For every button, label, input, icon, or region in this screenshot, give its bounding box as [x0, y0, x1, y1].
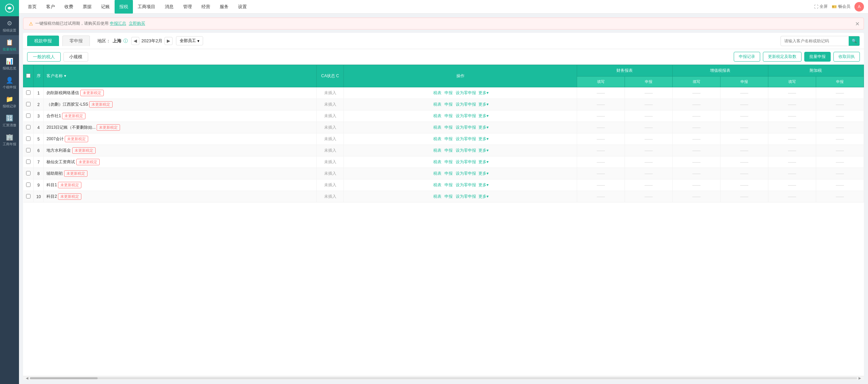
- op-declare[interactable]: 申报: [445, 102, 453, 107]
- op-zero-declare[interactable]: 设为零申报: [456, 125, 476, 130]
- sidebar-item-jisuanqingsu[interactable]: 🔢 汇算清缴: [0, 111, 19, 130]
- op-zero-declare[interactable]: 设为零申报: [456, 183, 476, 187]
- region-info-icon[interactable]: ⓘ: [123, 38, 128, 44]
- op-tax-form[interactable]: 税表: [433, 148, 441, 153]
- op-zero-declare[interactable]: 设为零申报: [456, 90, 476, 95]
- op-declare[interactable]: 申报: [445, 136, 453, 141]
- op-tax-form[interactable]: 税表: [433, 159, 441, 164]
- calculation-icon: 🔢: [6, 114, 13, 122]
- row-checkbox[interactable]: [23, 87, 34, 99]
- op-more[interactable]: 更多▾: [478, 194, 489, 199]
- sidebar-item-gongshangnianb[interactable]: 🏢 工商年报: [0, 130, 19, 149]
- scroll-right-arrow[interactable]: ▶: [857, 376, 863, 380]
- op-declare[interactable]: 申报: [445, 113, 453, 118]
- scroll-left-arrow[interactable]: ◀: [24, 376, 30, 380]
- horizontal-scrollbar[interactable]: ◀ ▶: [23, 376, 864, 380]
- scroll-track[interactable]: [30, 377, 857, 379]
- op-tax-form[interactable]: 税表: [433, 136, 441, 141]
- op-zero-declare[interactable]: 设为零申报: [456, 159, 476, 164]
- op-tax-form[interactable]: 税表: [433, 171, 441, 176]
- sidebar-item-baoshuitotals[interactable]: 📊 报税总览: [0, 54, 19, 73]
- row-checkbox[interactable]: [23, 110, 34, 122]
- logo[interactable]: [0, 0, 19, 16]
- row-fin-fill: ——: [577, 133, 625, 145]
- tab-tax-declaration[interactable]: 税款申报: [27, 36, 59, 46]
- op-more[interactable]: 更多▾: [478, 136, 489, 141]
- nav-operation[interactable]: 经营: [197, 0, 215, 14]
- update-button[interactable]: 更新税定及取数: [763, 52, 802, 62]
- nav-manage[interactable]: 管理: [178, 0, 197, 14]
- op-declare[interactable]: 申报: [445, 148, 453, 153]
- op-more[interactable]: 更多▾: [478, 159, 489, 164]
- op-tax-form[interactable]: 税表: [433, 125, 441, 130]
- nav-msg[interactable]: 消息: [160, 0, 178, 14]
- op-zero-declare[interactable]: 设为零申报: [456, 136, 476, 141]
- scroll-thumb[interactable]: [30, 377, 98, 379]
- subtab-general[interactable]: 一般的税人: [27, 52, 61, 62]
- nav-biz[interactable]: 工商项目: [133, 0, 160, 14]
- banner-link-summary[interactable]: 申报汇总: [110, 21, 126, 26]
- nav-account[interactable]: 记账: [96, 0, 115, 14]
- sidebar-item-geshuishenb[interactable]: 👤 个税申报: [0, 73, 19, 92]
- row-checkbox[interactable]: [23, 145, 34, 156]
- op-tax-form[interactable]: 税表: [433, 194, 441, 199]
- nav-home[interactable]: 首页: [23, 0, 41, 14]
- row-checkbox[interactable]: [23, 99, 34, 110]
- nav-tax[interactable]: 报税: [115, 0, 133, 14]
- op-declare[interactable]: 申报: [445, 171, 453, 176]
- row-checkbox[interactable]: [23, 191, 34, 202]
- record-button[interactable]: 申报记录: [734, 52, 760, 62]
- op-declare[interactable]: 申报: [445, 194, 453, 199]
- subtab-row: 一般的税人 小规模 申报记录 更新税定及取数 批量申报 收取回执: [23, 49, 864, 65]
- sidebar-item-baoshuishezhi[interactable]: ⚙ 报税设置: [0, 16, 19, 35]
- op-declare[interactable]: 申报: [445, 183, 453, 187]
- sidebar-item-piliangshuibao[interactable]: 📋 批量报税: [0, 35, 19, 54]
- op-more[interactable]: 更多▾: [478, 102, 489, 107]
- row-checkbox[interactable]: [23, 168, 34, 179]
- op-more[interactable]: 更多▾: [478, 113, 489, 118]
- search-button[interactable]: 🔍: [849, 36, 860, 46]
- row-checkbox[interactable]: [23, 179, 34, 191]
- tab-zero-declaration[interactable]: 零申报: [62, 36, 90, 46]
- op-declare[interactable]: 申报: [445, 159, 453, 164]
- op-tax-form[interactable]: 税表: [433, 90, 441, 95]
- nav-fee[interactable]: 收费: [60, 0, 78, 14]
- row-checkbox[interactable]: [23, 133, 34, 145]
- op-more[interactable]: 更多▾: [478, 148, 489, 153]
- sort-icon[interactable]: ▾: [64, 73, 66, 78]
- dept-select[interactable]: 全部员工 ▾: [176, 36, 203, 45]
- op-zero-declare[interactable]: 设为零申报: [456, 148, 476, 153]
- op-tax-form[interactable]: 税表: [433, 183, 441, 187]
- subtab-small[interactable]: 小规模: [63, 52, 88, 62]
- op-zero-declare[interactable]: 设为零申报: [456, 113, 476, 118]
- date-next-button[interactable]: ▶: [164, 37, 173, 45]
- nav-service[interactable]: 服务: [215, 0, 233, 14]
- op-zero-declare[interactable]: 设为零申报: [456, 171, 476, 176]
- sidebar-item-baoshuijilu[interactable]: 📁 报税记录: [0, 92, 19, 111]
- op-more[interactable]: 更多▾: [478, 183, 489, 187]
- row-checkbox[interactable]: [23, 122, 34, 133]
- op-declare[interactable]: 申报: [445, 125, 453, 130]
- collect-button[interactable]: 收取回执: [833, 52, 860, 62]
- op-tax-form[interactable]: 税表: [433, 102, 441, 107]
- op-more[interactable]: 更多▾: [478, 125, 489, 130]
- batch-declare-button[interactable]: 批量申报: [804, 52, 831, 62]
- op-zero-declare[interactable]: 设为零申报: [456, 102, 476, 107]
- fullscreen-button[interactable]: ⛶ 全屏: [814, 4, 828, 9]
- op-declare[interactable]: 申报: [445, 90, 453, 95]
- op-tax-form[interactable]: 税表: [433, 113, 441, 118]
- row-checkbox[interactable]: [23, 156, 34, 168]
- select-all-checkbox[interactable]: [26, 73, 31, 78]
- member-button[interactable]: 🎫 畅会员: [832, 4, 850, 9]
- banner-link-buy[interactable]: 立即购买: [129, 21, 145, 26]
- banner-close-button[interactable]: ✕: [855, 20, 860, 27]
- op-more[interactable]: 更多▾: [478, 171, 489, 176]
- nav-client[interactable]: 客户: [41, 0, 60, 14]
- search-input[interactable]: [781, 37, 849, 45]
- op-more[interactable]: 更多▾: [478, 90, 489, 95]
- date-prev-button[interactable]: ◀: [131, 37, 139, 45]
- user-avatar[interactable]: A: [854, 2, 864, 12]
- nav-settings[interactable]: 设置: [233, 0, 252, 14]
- nav-invoice[interactable]: 票据: [78, 0, 96, 14]
- op-zero-declare[interactable]: 设为零申报: [456, 194, 476, 199]
